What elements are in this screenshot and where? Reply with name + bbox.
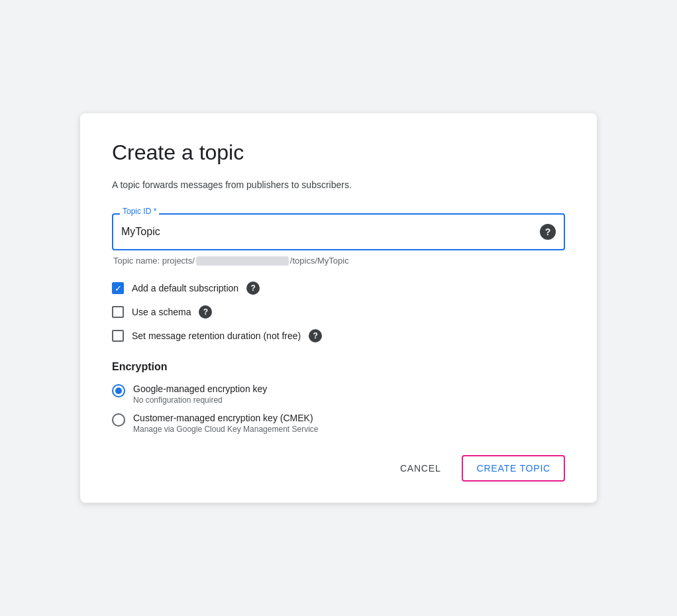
dialog-title: Create a topic	[112, 140, 565, 165]
checkbox-label-message-retention: Set message retention duration (not free…	[132, 331, 301, 341]
radio-label-customer-managed: Customer-managed encryption key (CMEK)	[133, 413, 319, 423]
checkbox-row-message-retention: Set message retention duration (not free…	[112, 329, 565, 342]
default-subscription-help-icon[interactable]: ?	[246, 282, 260, 295]
radio-customer-managed[interactable]	[112, 413, 125, 427]
checkmark-icon: ✓	[115, 284, 122, 293]
checkbox-label-use-schema: Use a schema	[132, 307, 191, 317]
radio-row-google-managed: Google-managed encryption key No configu…	[112, 384, 565, 405]
topic-id-field: Topic ID * ?	[112, 213, 565, 250]
message-retention-help-icon[interactable]: ?	[309, 329, 322, 342]
redacted-project-id	[196, 256, 289, 266]
radio-label-google-managed: Google-managed encryption key	[133, 384, 267, 394]
topic-id-help-icon[interactable]: ?	[540, 224, 556, 240]
topic-name-hint: Topic name: projects//topics/MyTopic	[113, 256, 565, 266]
checkbox-message-retention[interactable]	[112, 330, 124, 342]
topic-id-label: Topic ID *	[120, 207, 159, 216]
radio-row-customer-managed: Customer-managed encryption key (CMEK) M…	[112, 413, 565, 434]
checkbox-row-use-schema: Use a schema ?	[112, 305, 565, 319]
encryption-title: Encryption	[112, 361, 565, 373]
checkbox-default-subscription[interactable]: ✓	[112, 282, 124, 294]
create-topic-dialog: Create a topic A topic forwards messages…	[80, 113, 597, 503]
radio-sublabel-customer-managed: Manage via Google Cloud Key Management S…	[133, 425, 319, 434]
checkbox-label-default-subscription: Add a default subscription	[132, 283, 238, 293]
topic-id-input[interactable]	[121, 226, 540, 238]
options-section: ✓ Add a default subscription ? Use a sch…	[112, 282, 565, 342]
radio-inner-dot	[115, 387, 122, 394]
cancel-button[interactable]: CANCEL	[384, 456, 457, 480]
checkbox-use-schema[interactable]	[112, 306, 124, 318]
radio-google-managed[interactable]	[112, 384, 125, 397]
create-topic-button[interactable]: CREATE TOPIC	[462, 455, 565, 482]
encryption-section: Encryption Google-managed encryption key…	[112, 361, 565, 434]
radio-content-customer-managed: Customer-managed encryption key (CMEK) M…	[133, 413, 319, 434]
use-schema-help-icon[interactable]: ?	[199, 305, 212, 319]
dialog-description: A topic forwards messages from publisher…	[112, 178, 565, 192]
checkbox-row-default-subscription: ✓ Add a default subscription ?	[112, 282, 565, 295]
radio-sublabel-google-managed: No configuration required	[133, 395, 267, 405]
radio-content-google-managed: Google-managed encryption key No configu…	[133, 384, 267, 405]
dialog-actions: CANCEL CREATE TOPIC	[112, 455, 565, 482]
topic-id-input-wrapper: ?	[112, 213, 565, 250]
